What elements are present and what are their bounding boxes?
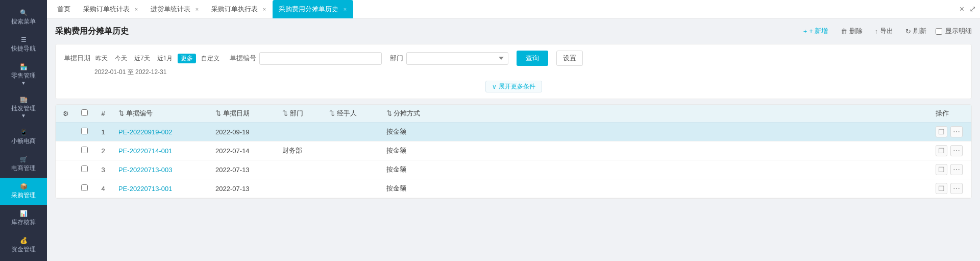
date-shortcuts: 昨天 今天 近7天 近1月 更多 自定义 [93,54,222,63]
tab-label: 进货单统计表 [151,5,190,13]
expand-more-label: 展开更多条件 [499,82,535,91]
export-icon: ↑ [875,28,878,35]
shortcut-today[interactable]: 今天 [113,54,129,63]
sidebar-item-ecom[interactable]: 🛒 电商管理 [0,151,47,178]
doc-number-link[interactable]: PE-20220919-002 [118,128,173,136]
tab-label: 首页 [57,5,70,13]
close-icon[interactable]: × [263,6,266,12]
view-icon[interactable]: ☐ [936,126,947,137]
more-icon[interactable]: ⋯ [950,164,963,175]
purchase-icon: 📦 [2,183,45,190]
shortcut-1month[interactable]: 近1月 [155,54,175,63]
view-icon[interactable]: ☐ [936,164,947,175]
data-table: ⚙ # ⇅ 单据编号 ⇅ [56,105,971,198]
action-icons: ☐ ⋯ [936,126,966,137]
sort-icon: ⇅ [386,109,392,117]
sidebar-item-search[interactable]: 🔍 搜索菜单 [0,4,47,31]
department-label: 部门 [390,54,403,63]
sidebar-item-mini[interactable]: 📱 小畅电商 [0,124,47,151]
th-doc-number: ⇅ 单据编号 [113,105,210,123]
close-icon[interactable]: × [344,6,347,12]
td-department [277,160,324,179]
page-content: 采购费用分摊单历史 + + 新增 🗑 删除 ↑ 导出 ↻ 刷新 [47,18,980,261]
maximize-icon[interactable]: ⤢ [969,4,976,14]
action-icons: ☐ ⋯ [936,183,966,194]
td-num: 1 [93,123,113,141]
row-checkbox[interactable] [81,184,88,191]
table-row: 1 PE-20220919-002 2022-09-19 按金额 ☐ ⋯ [56,123,971,141]
sidebar-item-ledger[interactable]: 📒 总账管理 [0,259,47,261]
sidebar-item-purchase[interactable]: 📦 采购管理 [0,178,47,205]
delete-icon: 🗑 [841,28,847,35]
doc-number-label: 单据编号 [230,54,256,63]
date-filter: 单据日期 昨天 今天 近7天 近1月 更多 自定义 [64,54,222,63]
table-row: 4 PE-20220713-001 2022-07-13 按金额 ☐ ⋯ [56,179,971,198]
expand-more-button[interactable]: ∨ 展开更多条件 [485,81,542,92]
doc-number-input[interactable] [259,52,382,65]
tab-purchase-cost-history[interactable]: 采购费用分摊单历史 × [273,0,353,18]
view-icon[interactable]: ☐ [936,145,947,156]
td-action: ☐ ⋯ [930,179,971,198]
finance-icon: 💰 [2,237,45,244]
inventory-icon: 📊 [2,210,45,217]
close-icon[interactable]: × [135,6,138,12]
view-icon[interactable]: ☐ [936,183,947,194]
tab-purchase-order-exec[interactable]: 采购订单执行表 × [205,0,273,18]
shortcut-more[interactable]: 更多 [178,54,196,63]
shortcut-custom[interactable]: 自定义 [199,54,222,63]
delete-button[interactable]: 🗑 删除 [838,25,866,38]
search-icon: 🔍 [2,9,45,16]
doc-number-link[interactable]: PE-20220713-003 [118,166,173,174]
show-cols-toggle[interactable]: 显示明细 [936,27,972,36]
shortcut-7days[interactable]: 近7天 [132,54,152,63]
td-doc-date: 2022-07-13 [210,160,277,179]
more-icon[interactable]: ⋯ [950,126,963,137]
more-icon[interactable]: ⋯ [950,183,963,194]
refresh-button[interactable]: ↻ 刷新 [902,25,929,38]
table-row: 3 PE-20220713-003 2022-07-13 按金额 ☐ ⋯ [56,160,971,179]
sidebar-item-label: 小畅电商 [2,137,45,146]
td-num: 4 [93,179,113,198]
td-department [277,179,324,198]
doc-number-link[interactable]: PE-20220713-001 [118,185,173,193]
td-settings [56,141,76,160]
tab-home[interactable]: 首页 [51,0,77,18]
select-all-checkbox[interactable] [81,109,88,116]
doc-number-link[interactable]: PE-20220714-001 [118,147,173,155]
sidebar-item-quick[interactable]: ☰ 快捷导航 [0,31,47,58]
sort-icon: ⇅ [282,109,288,117]
settings-icon[interactable]: ⚙ [63,110,69,117]
export-button[interactable]: ↑ 导出 [872,25,897,38]
quick-icon: ☰ [2,36,45,43]
td-handler [324,123,381,141]
row-checkbox[interactable] [81,128,88,134]
row-checkbox[interactable] [81,165,88,172]
more-icon[interactable]: ⋯ [950,145,963,156]
td-split-method: 按金额 [381,160,930,179]
td-action: ☐ ⋯ [930,160,971,179]
sidebar-item-finance[interactable]: 💰 资金管理 [0,232,47,259]
sidebar-item-retail[interactable]: 🏪 零售管理 ▼ [0,58,47,91]
show-cols-checkbox[interactable] [936,28,942,35]
department-select[interactable]: 财务部 [406,52,508,65]
retail-icon: 🏪 [2,63,45,70]
sidebar-item-wholesale[interactable]: 🏬 批发管理 ▼ [0,91,47,124]
add-label: + 新增 [809,27,828,36]
filter-row: 单据日期 昨天 今天 近7天 近1月 更多 自定义 单据编号 [64,51,963,66]
date-label: 单据日期 [64,54,90,63]
close-all-icon[interactable]: × [960,5,964,14]
close-icon[interactable]: × [195,6,199,12]
add-button[interactable]: + + 新增 [800,25,831,38]
th-department: ⇅ 部门 [277,105,324,123]
tab-inbound-stats[interactable]: 进货单统计表 × [144,0,205,18]
delete-label: 删除 [849,27,863,36]
query-button[interactable]: 查询 [517,51,548,66]
th-settings: ⚙ [56,105,76,123]
row-checkbox[interactable] [81,147,88,153]
sidebar-item-inventory[interactable]: 📊 库存核算 [0,205,47,232]
shortcut-yesterday[interactable]: 昨天 [93,54,110,63]
td-check [76,160,93,179]
chevron-down-icon: ▼ [2,80,45,86]
setting-button[interactable]: 设置 [556,51,583,66]
tab-purchase-order-stats[interactable]: 采购订单统计表 × [77,0,144,18]
